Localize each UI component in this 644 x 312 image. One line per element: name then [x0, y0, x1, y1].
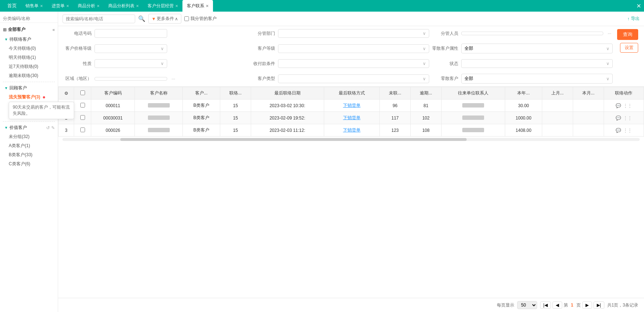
phone-input[interactable]	[94, 29, 167, 38]
sidebar-item-class-a[interactable]: A类客户(1)	[0, 141, 58, 150]
sidebar-item-overdue[interactable]: 逾期未联络(30)	[0, 71, 58, 80]
refresh-icon[interactable]: ↺	[46, 125, 50, 130]
col-name[interactable]: 客户名称	[135, 87, 183, 100]
last-method-link[interactable]: 下销货单	[343, 103, 361, 108]
sidebar-search-input[interactable]	[3, 16, 57, 21]
filter-bar: 🔍 ▼ 更多条件 ∧ 我分管的客户 ↑ 导出	[58, 12, 644, 26]
last-method-link[interactable]: 下销货单	[343, 127, 361, 133]
tab-purchase-close[interactable]: ✕	[66, 4, 69, 8]
export-button[interactable]: ↑ 导出	[627, 16, 640, 22]
settings-button[interactable]: 设置	[620, 43, 638, 53]
action-more-icon[interactable]: ⋮⋮	[623, 116, 632, 121]
nature-select[interactable]: ∨	[94, 59, 167, 68]
sidebar-group-pending[interactable]: ▼ 待联络客户	[0, 35, 58, 44]
filter-search-button[interactable]: 🔍	[138, 15, 145, 22]
my-customers-label: 我分管的客户	[190, 16, 217, 22]
retail-attr-select[interactable]: 全部 ∨	[461, 44, 613, 53]
query-button[interactable]: 查询	[617, 29, 638, 40]
tab-product-analysis[interactable]: 商品分析 ✕	[73, 0, 104, 12]
tab-customer-contact-close[interactable]: ✕	[206, 4, 209, 8]
sidebar-item-churn-warning[interactable]: 流失预警客户(3)	[0, 93, 58, 102]
edit-icon[interactable]: ✎	[51, 125, 55, 130]
row-action[interactable]: 💬⋮⋮	[604, 124, 644, 137]
col-contact[interactable]: 联络...	[220, 87, 251, 100]
manager-select[interactable]	[461, 32, 603, 35]
sidebar-collapse-icon[interactable]: «	[52, 27, 55, 32]
retail-select[interactable]: 全部 ∨	[461, 74, 613, 84]
sidebar-item-class-b[interactable]: B类客户(33)	[0, 150, 58, 159]
sidebar-item-7days[interactable]: 近7天待联络(0)	[0, 62, 58, 71]
row-last-method[interactable]: 下销货单	[324, 112, 380, 124]
filter-more-button[interactable]: ▼ 更多条件 ∧	[148, 14, 181, 24]
col-overdue[interactable]: 逾期...	[410, 87, 441, 100]
tab-sales[interactable]: 销售单 ✕	[21, 0, 47, 12]
row-last-method[interactable]: 下销货单	[324, 124, 380, 137]
row-checkbox[interactable]	[80, 115, 85, 120]
action-chat-icon[interactable]: 💬	[616, 116, 621, 121]
select-all-checkbox[interactable]	[80, 90, 85, 95]
col-code[interactable]: 客户编码	[91, 87, 135, 100]
row-checkbox-cell[interactable]	[74, 112, 91, 124]
manager-dots-icon[interactable]: ···	[606, 31, 613, 36]
row-action[interactable]: 💬⋮⋮	[604, 112, 644, 124]
tab-purchase[interactable]: 进货单 ✕	[47, 0, 73, 12]
region-dots-icon[interactable]: ···	[170, 76, 177, 81]
row-checkbox[interactable]	[80, 127, 85, 132]
col-checkbox[interactable]	[74, 87, 91, 100]
tab-customer-layer[interactable]: 客户分层经营 ✕	[143, 0, 182, 12]
price-tier-select[interactable]: ∨	[94, 44, 167, 53]
sidebar-item-ungrouped[interactable]: 未分组(32)	[0, 132, 58, 141]
action-chat-icon[interactable]: 💬	[616, 128, 621, 133]
nav-home[interactable]: 首页	[3, 0, 21, 12]
payment-select[interactable]: ∨	[278, 59, 430, 68]
tab-product-list-close[interactable]: ✕	[136, 4, 139, 8]
page-prev-button[interactable]: ◀	[552, 301, 562, 309]
row-checkbox-cell[interactable]	[74, 124, 91, 137]
filter-search-input[interactable]	[63, 15, 135, 23]
my-customers-checkbox[interactable]	[184, 16, 189, 21]
window-close-icon[interactable]: ✕	[636, 3, 641, 9]
dept-select[interactable]: ∨	[278, 29, 430, 38]
row-action[interactable]: 💬⋮⋮	[604, 100, 644, 112]
action-more-icon[interactable]: ⋮⋮	[623, 128, 632, 133]
sidebar-item-class-c[interactable]: C类客户(6)	[0, 159, 58, 169]
tab-sales-close[interactable]: ✕	[40, 4, 43, 8]
action-more-icon[interactable]: ⋮⋮	[623, 103, 632, 108]
col-settings[interactable]: ⚙	[59, 87, 74, 100]
customer-tier-select[interactable]: ∨	[278, 44, 430, 53]
my-customers-checkbox-label[interactable]: 我分管的客户	[184, 16, 217, 22]
row-checkbox-cell[interactable]	[74, 100, 91, 112]
sidebar-group-value[interactable]: ▼ 价值客户 ↺ ✎	[0, 123, 58, 132]
sidebar-item-tomorrow[interactable]: 明天待联络(1)	[0, 53, 58, 62]
col-this-year[interactable]: 本年...	[505, 87, 542, 100]
page-next-button[interactable]: ▶	[582, 301, 592, 309]
col-type[interactable]: 客户...	[183, 87, 220, 100]
customer-type-select[interactable]: ∨	[278, 74, 430, 83]
page-first-button[interactable]: |◀	[540, 301, 551, 309]
status-select[interactable]: ∨	[461, 59, 613, 68]
col-unlisted[interactable]: 未联...	[380, 87, 411, 100]
tab-product-list-label: 商品分析列表	[108, 3, 134, 9]
row-last-method[interactable]: 下销货单	[324, 100, 380, 112]
page-last-button[interactable]: ▶|	[593, 301, 604, 309]
col-contacts-person[interactable]: 往来单位联系人	[441, 87, 505, 100]
tab-customer-contact[interactable]: 客户联系 ✕	[182, 0, 213, 12]
sidebar-divider-2	[3, 121, 55, 122]
col-last-month[interactable]: 上月...	[542, 87, 573, 100]
tab-customer-layer-close[interactable]: ✕	[175, 4, 178, 8]
row-checkbox[interactable]	[80, 103, 85, 108]
col-last-date[interactable]: 最后联络日期	[251, 87, 324, 100]
tab-product-list[interactable]: 商品分析列表 ✕	[104, 0, 143, 12]
region-select[interactable]	[94, 77, 167, 81]
last-method-link[interactable]: 下销货单	[343, 115, 361, 120]
col-this-month[interactable]: 本月...	[573, 87, 604, 100]
action-chat-icon[interactable]: 💬	[616, 103, 621, 108]
horizontal-scrollbar[interactable]	[63, 138, 640, 141]
row-this-month	[573, 124, 604, 137]
col-last-method[interactable]: 最后联络方式	[324, 87, 380, 100]
sidebar-group-review[interactable]: ▼ 回顾客户	[0, 84, 58, 93]
sidebar-all-customers[interactable]: ⊞ 全部客户 «	[0, 24, 58, 35]
per-page-select[interactable]: 50 100	[517, 301, 537, 309]
tab-product-analysis-close[interactable]: ✕	[97, 4, 100, 8]
sidebar-item-today[interactable]: 今天待联络(0)	[0, 44, 58, 53]
